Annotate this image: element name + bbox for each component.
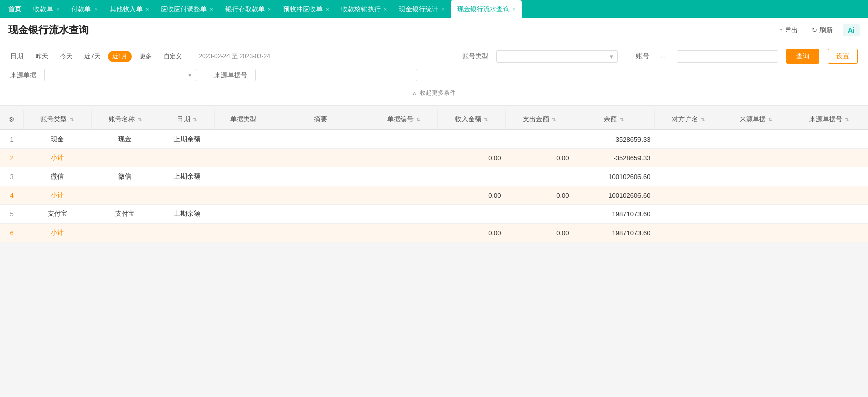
sort-icon: ⇅ (416, 117, 420, 122)
col-account-name[interactable]: 账号名称 ⇅ (91, 110, 159, 129)
collapse-label: 收起更多条件 (420, 89, 456, 97)
nav-item-other-income[interactable]: 其他收入单 × (104, 0, 155, 18)
account-input[interactable] (677, 50, 778, 63)
close-icon[interactable]: × (146, 6, 149, 12)
date-btn-1month[interactable]: 近1月 (108, 51, 132, 62)
refresh-button[interactable]: ↻ 刷新 (808, 24, 837, 37)
export-icon: ↑ (780, 26, 783, 34)
source-doc-no-input[interactable] (255, 69, 417, 81)
cell-account-name: 微信 (91, 167, 159, 186)
date-range-display: 2023-02-24 至 2023-03-24 (199, 53, 270, 60)
cell-source-doc (722, 129, 790, 149)
nav-item-cash-stats[interactable]: 现金银行统计 × (393, 0, 450, 18)
sort-icon: ⇅ (193, 117, 197, 122)
col-date[interactable]: 日期 ⇅ (159, 110, 214, 129)
cell-income (437, 167, 505, 186)
col-source-doc[interactable]: 来源单据 ⇅ (722, 110, 790, 129)
cell-expense (505, 167, 573, 186)
close-icon[interactable]: × (56, 6, 59, 12)
account-type-select[interactable]: ▾ (496, 50, 618, 63)
cell-doc-type (215, 149, 271, 167)
sort-icon: ⇅ (620, 117, 624, 122)
col-doc-type[interactable]: 单据类型 (215, 110, 271, 129)
cell-date: 上期余额 (159, 129, 214, 149)
cell-source-doc (722, 224, 790, 242)
col-balance[interactable]: 余额 ⇅ (573, 110, 655, 129)
dropdown-icon: ▾ (188, 71, 192, 79)
cell-account-type: 小计 (23, 186, 91, 205)
nav-item-receipt[interactable]: 收款单 × (27, 0, 65, 18)
cell-source-doc-no (790, 205, 868, 224)
cell-expense (505, 205, 573, 224)
cell-source-doc (722, 186, 790, 205)
cell-income (437, 205, 505, 224)
nav-item-receipt-verify[interactable]: 收款核销执行 × (335, 0, 393, 18)
cell-income (437, 129, 505, 149)
cell-doc-no (370, 167, 437, 186)
col-doc-no[interactable]: 单据编号 ⇅ (370, 110, 437, 129)
cell-income: 0.00 (437, 149, 505, 167)
date-quick-buttons: 昨天 今天 近7天 近1月 更多 自定义 (31, 51, 187, 62)
col-gear[interactable]: ⚙ (0, 110, 23, 129)
data-table: ⚙ 账号类型 ⇅ 账号名称 ⇅ 日期 ⇅ 单据类型 摘要 单据编号 ⇅ 收入金额… (0, 110, 868, 242)
cell-account-type: 微信 (23, 167, 91, 186)
close-icon[interactable]: × (268, 6, 271, 12)
cell-doc-type (215, 129, 271, 149)
close-icon[interactable]: × (326, 6, 329, 12)
account-ellipsis-button[interactable]: ··· (657, 51, 669, 62)
cell-doc-type (215, 167, 271, 186)
col-summary[interactable]: 摘要 (271, 110, 370, 129)
cell-account-type: 现金 (23, 129, 91, 149)
settings-button[interactable]: 设置 (828, 49, 858, 64)
cell-balance: 100102606.60 (573, 167, 655, 186)
close-icon[interactable]: × (94, 6, 97, 12)
row-number: 4 (0, 186, 23, 205)
nav-item-ar-ap-adj[interactable]: 应收应付调整单 × (155, 0, 219, 18)
cell-counterparty (654, 149, 722, 167)
cell-balance: -3528659.33 (573, 129, 655, 149)
date-btn-custom[interactable]: 自定义 (159, 51, 187, 62)
cell-doc-no (370, 224, 437, 242)
cell-summary (271, 167, 370, 186)
cell-account-type: 小计 (23, 224, 91, 242)
ai-button[interactable]: Ai (843, 24, 860, 36)
date-btn-today[interactable]: 今天 (56, 51, 77, 62)
nav-item-prepay-offset[interactable]: 预收冲应收单 × (277, 0, 335, 18)
close-icon[interactable]: × (441, 6, 444, 12)
close-icon[interactable]: × (513, 6, 516, 12)
cell-doc-type (215, 205, 271, 224)
cell-expense: 0.00 (505, 186, 573, 205)
row-number: 2 (0, 149, 23, 167)
date-btn-7days[interactable]: 近7天 (80, 51, 105, 62)
nav-item-home[interactable]: 首页 (2, 0, 27, 18)
cell-source-doc (722, 149, 790, 167)
date-btn-more[interactable]: 更多 (135, 51, 156, 62)
cell-date (159, 149, 214, 167)
col-counterparty[interactable]: 对方户名 ⇅ (654, 110, 722, 129)
gear-icon: ⚙ (9, 116, 15, 123)
close-icon[interactable]: × (384, 6, 387, 12)
date-btn-yesterday[interactable]: 昨天 (31, 51, 53, 62)
table-header-row: ⚙ 账号类型 ⇅ 账号名称 ⇅ 日期 ⇅ 单据类型 摘要 单据编号 ⇅ 收入金额… (0, 110, 868, 129)
close-icon[interactable]: × (210, 6, 213, 12)
nav-item-payment[interactable]: 付款单 × (65, 0, 103, 18)
col-source-doc-no[interactable]: 来源单据号 ⇅ (790, 110, 868, 129)
cell-counterparty (654, 186, 722, 205)
cell-counterparty (654, 205, 722, 224)
col-income[interactable]: 收入金额 ⇅ (437, 110, 505, 129)
cell-source-doc (722, 205, 790, 224)
cell-source-doc-no (790, 186, 868, 205)
cell-account-type: 支付宝 (23, 205, 91, 224)
cell-expense (505, 129, 573, 149)
col-expense[interactable]: 支出金额 ⇅ (505, 110, 573, 129)
table-row: 4 小计 0.00 0.00 100102606.60 (0, 186, 868, 205)
col-account-type[interactable]: 账号类型 ⇅ (23, 110, 91, 129)
nav-item-bank-deposit[interactable]: 银行存取款单 × (219, 0, 277, 18)
nav-item-cash-flow-query[interactable]: 现金银行流水查询 × (451, 0, 522, 18)
page-header: 现金银行流水查询 ↑ 导出 ↻ 刷新 Ai (0, 18, 868, 42)
sort-icon: ⇅ (484, 117, 488, 122)
query-button[interactable]: 查询 (786, 49, 819, 64)
collapse-bar[interactable]: ∧ 收起更多条件 (10, 86, 858, 99)
export-button[interactable]: ↑ 导出 (775, 24, 802, 37)
source-doc-select[interactable]: ▾ (44, 69, 196, 81)
